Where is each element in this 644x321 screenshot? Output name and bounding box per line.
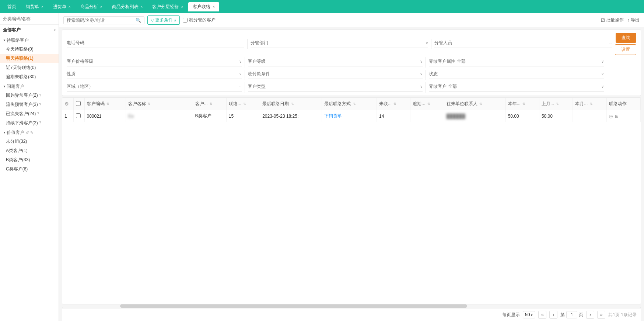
sidebar-item-overdue[interactable]: 逾期未联络(30): [0, 72, 59, 82]
filter-icon: ▽: [151, 18, 154, 23]
set-button[interactable]: 设置: [615, 44, 636, 55]
filter-payment-select[interactable]: ∨: [272, 72, 423, 76]
row-last-contact-method: 下销货单: [322, 110, 377, 122]
filter-label: 更多条件: [155, 17, 173, 23]
divider: [247, 39, 248, 49]
sidebar-item-class-a[interactable]: A类客户(1): [0, 146, 59, 155]
filter-dept-select[interactable]: ∨: [270, 41, 428, 45]
nav-item-sales[interactable]: 销货单 ×: [21, 2, 48, 11]
prev-page-button[interactable]: ‹: [549, 311, 557, 319]
grid-icon[interactable]: ⊞: [615, 114, 619, 119]
close-icon[interactable]: ×: [181, 5, 183, 9]
filter-region-select[interactable]: ···: [95, 84, 242, 89]
sidebar-search-input[interactable]: [3, 16, 58, 21]
col-last-contact-date[interactable]: 最后联络日期 ⇅: [260, 98, 322, 110]
col-last-month[interactable]: 上月... ⇅: [539, 98, 573, 110]
total-records: 共1页 1条记录: [608, 312, 637, 318]
page-number-input[interactable]: [566, 311, 577, 318]
batch-op-button[interactable]: ☑ 批量操作: [601, 17, 624, 23]
filter-price-grade-select[interactable]: ∨: [95, 59, 242, 63]
filter-phone-input[interactable]: [87, 41, 244, 46]
sidebar-item-tomorrow[interactable]: 明天待联络(1): [0, 54, 59, 63]
col-contact-count[interactable]: 联络... ⇅: [226, 98, 260, 110]
nav-item-customer-layer[interactable]: 客户分层经营 ×: [148, 2, 188, 11]
next-page-button[interactable]: ›: [586, 311, 594, 319]
close-icon[interactable]: ×: [100, 5, 102, 9]
more-filter-button[interactable]: ▽ 更多条件 ∧: [147, 15, 180, 25]
row-checkbox-cell: [73, 110, 84, 122]
filter-manager-select[interactable]: ···: [454, 41, 612, 45]
nav-item-goods-analysis-list[interactable]: 商品分析列表 ×: [108, 2, 147, 11]
close-icon[interactable]: ×: [141, 5, 143, 9]
sidebar-item-declining[interactable]: 持续下滑客户(2) ?: [0, 118, 59, 128]
filter-status-select[interactable]: ∨: [440, 72, 604, 76]
col-name[interactable]: 客户名称 ⇅: [126, 98, 193, 110]
my-customers-checkbox[interactable]: 我分管的客户: [183, 17, 216, 23]
export-button[interactable]: ↑ 导出: [627, 17, 640, 23]
col-this-year[interactable]: 本年... ⇅: [505, 98, 539, 110]
filter-customer-grade-select[interactable]: ∨: [268, 59, 423, 63]
table-row: 1 000021 Ea B类客户 15 2023-05-23 18:25: 下销…: [62, 110, 641, 122]
my-customers-check[interactable]: [183, 18, 188, 23]
col-code[interactable]: 客户编码 ⇅: [84, 98, 126, 110]
gear-icon[interactable]: ⚙: [64, 101, 69, 107]
sidebar-item-today[interactable]: 今天待联络(0): [0, 45, 59, 54]
row-checkbox[interactable]: [76, 113, 81, 118]
all-customers-header[interactable]: 全部客户 «: [0, 25, 59, 35]
nav-item-purchase[interactable]: 进货单 ×: [49, 2, 75, 11]
chevron-down-icon: ∨: [420, 72, 423, 76]
batch-op-label: 批量操作: [606, 17, 624, 23]
row-index: 1: [62, 110, 73, 122]
sidebar-item-week[interactable]: 近7天待联络(0): [0, 63, 59, 72]
nav-purchase-label: 进货单: [53, 4, 66, 10]
filter-nature-select[interactable]: ∨: [78, 72, 242, 76]
filter-actions: 查询 设置: [615, 33, 636, 55]
filter-customer-type-select[interactable]: ∨: [268, 84, 423, 89]
col-overdue[interactable]: 逾期... ⇅: [410, 98, 444, 110]
sidebar-item-class-c[interactable]: C类客户(6): [0, 165, 59, 174]
query-button[interactable]: 查询: [616, 33, 636, 43]
sidebar-item-repurchase-abnormal[interactable]: 回购异常客户(2) ?: [0, 91, 59, 100]
horizontal-scrollbar[interactable]: [62, 304, 641, 308]
sidebar-item-loss-warning[interactable]: 流失预警客户(3) ?: [0, 100, 59, 109]
group-pending-contact[interactable]: ▼ 待联络客户: [0, 35, 59, 45]
col-type[interactable]: 客户... ⇅: [193, 98, 226, 110]
triangle-down-icon: ▼: [3, 85, 6, 88]
filter-retail-attr-select[interactable]: ∨: [468, 59, 604, 63]
nav-item-goods-analysis[interactable]: 商品分析 ×: [76, 2, 107, 11]
close-icon[interactable]: ×: [213, 5, 215, 9]
col-last-contact-method[interactable]: 最后联络方式 ⇅: [322, 98, 377, 110]
col-contact-person[interactable]: 往来单位联系人 ⇅: [444, 98, 505, 110]
group-value-customers[interactable]: ▼ 价值客户 ↺ ✎: [0, 128, 59, 137]
last-contact-method-link[interactable]: 下销货单: [324, 113, 342, 118]
chevron-down-icon: ∨: [426, 41, 428, 45]
chevron-down-icon: ∨: [239, 72, 242, 76]
scrollbar-thumb[interactable]: [120, 304, 467, 308]
action-icons: ◎ ⊞: [609, 114, 638, 119]
search-input[interactable]: [67, 18, 134, 23]
group-problem-label: 问题客户: [7, 83, 24, 90]
close-icon[interactable]: ×: [41, 5, 43, 9]
filter-retail-customer-select[interactable]: ∨: [459, 84, 604, 89]
sort-icon: ⇅: [522, 102, 525, 106]
group-problem-customers[interactable]: ▼ 问题客户: [0, 82, 59, 91]
pagination: 每页显示 50 ∨ « ‹ 第 页 › » 共1页 1条记录: [62, 308, 641, 321]
divider: [245, 70, 245, 80]
eye-icon[interactable]: ◎: [609, 114, 613, 119]
sidebar-item-ungrouped[interactable]: 未分组(32): [0, 137, 59, 146]
page-size-select[interactable]: 50 ∨: [523, 311, 535, 318]
sidebar-item-lost[interactable]: 已流失客户(24) ?: [0, 109, 59, 118]
nav-item-home[interactable]: 首页: [3, 2, 21, 11]
col-uncontacted[interactable]: 未联... ⇅: [377, 98, 410, 110]
divider: [431, 39, 431, 49]
close-icon[interactable]: ×: [69, 5, 71, 9]
sidebar-item-class-b[interactable]: B类客户(33): [0, 155, 59, 165]
col-this-month[interactable]: 本月... ⇅: [573, 98, 606, 110]
last-page-button[interactable]: »: [597, 311, 605, 319]
nav-item-customer-contact[interactable]: 客户联络 ×: [188, 2, 219, 11]
search-icon[interactable]: 🔍: [136, 18, 141, 23]
nav-goods-list-label: 商品分析列表: [112, 4, 139, 10]
select-all-checkbox[interactable]: [76, 101, 81, 106]
sort-icon: ⇅: [106, 102, 109, 106]
first-page-button[interactable]: «: [538, 311, 546, 319]
